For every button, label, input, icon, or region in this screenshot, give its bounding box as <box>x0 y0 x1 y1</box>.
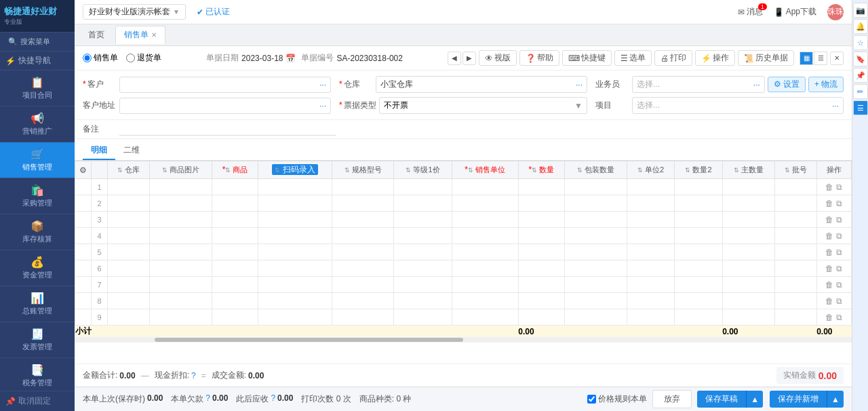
sidebar-item-invoice[interactable]: 🧾 发票管理 <box>0 322 75 358</box>
col-batch[interactable]: ⇅ 批号 <box>774 161 816 179</box>
row-delete-icon[interactable]: 🗑 <box>825 231 833 241</box>
help-button[interactable]: ❓帮助 <box>519 50 559 66</box>
right-panel-bell-icon[interactable]: 🔔 <box>853 19 868 34</box>
row-image[interactable] <box>150 195 212 212</box>
row-main-qty[interactable] <box>722 260 774 277</box>
row-qty2[interactable] <box>675 277 722 293</box>
setup-button[interactable]: ⚙ 设置 <box>768 77 806 92</box>
tab-erwei[interactable]: 二维 <box>115 142 148 160</box>
row-main-qty[interactable] <box>722 309 774 326</box>
row-sales-unit[interactable] <box>452 309 518 326</box>
right-panel-camera-icon[interactable]: 📷 <box>853 3 868 18</box>
sidebar-item-tax[interactable]: 📑 税务管理 <box>0 358 75 391</box>
row-main-qty[interactable] <box>722 195 774 212</box>
row-grade-price[interactable] <box>394 179 452 195</box>
col-goods[interactable]: *⇅ 商品 <box>212 161 258 179</box>
row-batch[interactable] <box>774 179 816 195</box>
col-qty[interactable]: *⇅ 数量 <box>518 161 564 179</box>
sidebar-item-accounting[interactable]: 📊 总账管理 <box>0 286 75 322</box>
row-pack-qty[interactable] <box>565 260 627 277</box>
view-button[interactable]: 👁视版 <box>479 50 517 66</box>
row-qty2[interactable] <box>675 212 722 228</box>
row-image[interactable] <box>150 293 212 309</box>
row-spec[interactable] <box>332 277 394 293</box>
row-sales-unit[interactable] <box>452 195 518 212</box>
salesperson-input[interactable]: 选择... ··· <box>632 76 765 93</box>
row-goods[interactable] <box>212 212 258 228</box>
row-copy-icon[interactable]: ⧉ <box>836 182 842 192</box>
row-image[interactable] <box>150 228 212 244</box>
row-pack-qty[interactable] <box>565 195 627 212</box>
price-check-input[interactable] <box>587 395 596 404</box>
row-sales-unit[interactable] <box>452 277 518 293</box>
row-unit2[interactable] <box>627 293 674 309</box>
date-value[interactable]: 2023-03-18 <box>241 54 283 63</box>
save-new-button[interactable]: 保存并新增 <box>770 391 827 408</box>
col-main-qty[interactable]: ⇅ 主数量 <box>722 161 774 179</box>
nav-prev-button[interactable]: ◀ <box>448 52 461 65</box>
row-main-qty[interactable] <box>722 228 774 244</box>
row-unit2[interactable] <box>627 179 674 195</box>
row-copy-icon[interactable]: ⧉ <box>836 280 842 290</box>
history-button[interactable]: 📜历史单据 <box>738 50 794 66</box>
row-qty[interactable] <box>518 212 564 228</box>
row-goods[interactable] <box>212 179 258 195</box>
row-main-qty[interactable] <box>722 244 774 260</box>
row-warehouse[interactable] <box>108 244 150 260</box>
row-image[interactable] <box>150 277 212 293</box>
row-unit2[interactable] <box>627 195 674 212</box>
row-barcode[interactable] <box>258 212 332 228</box>
row-batch[interactable] <box>774 260 816 277</box>
row-goods[interactable] <box>212 309 258 326</box>
row-qty[interactable] <box>518 179 564 195</box>
row-main-qty[interactable] <box>722 212 774 228</box>
row-delete-icon[interactable]: 🗑 <box>825 248 833 257</box>
row-grade-price[interactable] <box>394 228 452 244</box>
col-sales-unit[interactable]: *⇅ 销售单位 <box>452 161 518 179</box>
row-qty[interactable] <box>518 309 564 326</box>
row-spec[interactable] <box>332 260 394 277</box>
user-avatar[interactable]: 珠珠 <box>827 4 844 20</box>
print-button[interactable]: 🖨打印 <box>654 50 692 66</box>
warehouse-dots-icon[interactable]: ··· <box>576 80 583 90</box>
row-qty2[interactable] <box>675 179 722 195</box>
row-spec[interactable] <box>332 309 394 326</box>
row-qty2[interactable] <box>675 293 722 309</box>
row-sales-unit[interactable] <box>452 244 518 260</box>
salesperson-dots-icon[interactable]: ··· <box>753 80 760 90</box>
calendar-icon[interactable]: 📅 <box>285 54 296 63</box>
row-goods[interactable] <box>212 244 258 260</box>
row-qty2[interactable] <box>675 195 722 212</box>
row-goods[interactable] <box>212 293 258 309</box>
table-scrollbar[interactable] <box>75 337 852 342</box>
save-new-arrow-button[interactable]: ▲ <box>827 391 844 408</box>
company-selector[interactable]: 好业财专业版演示帐套 ▼ <box>83 4 186 20</box>
tab-home[interactable]: 首页 <box>80 26 113 43</box>
row-spec[interactable] <box>332 179 394 195</box>
row-unit2[interactable] <box>627 309 674 326</box>
row-delete-icon[interactable]: 🗑 <box>825 280 833 290</box>
col-barcode[interactable]: ⇅ 扫码录入 <box>258 161 332 179</box>
row-goods[interactable] <box>212 195 258 212</box>
row-qty2[interactable] <box>675 260 722 277</box>
row-copy-icon[interactable]: ⧉ <box>836 296 842 306</box>
row-pack-qty[interactable] <box>565 212 627 228</box>
row-batch[interactable] <box>774 195 816 212</box>
row-batch[interactable] <box>774 228 816 244</box>
row-pack-qty[interactable] <box>565 228 627 244</box>
row-sales-unit[interactable] <box>452 293 518 309</box>
row-spec[interactable] <box>332 244 394 260</box>
row-delete-icon[interactable]: 🗑 <box>825 199 833 208</box>
row-image[interactable] <box>150 309 212 326</box>
sidebar-item-project[interactable]: 📋 项目合同 <box>0 71 75 106</box>
row-unit2[interactable] <box>627 260 674 277</box>
row-unit2[interactable] <box>627 277 674 293</box>
row-qty2[interactable] <box>675 309 722 326</box>
right-panel-active-icon[interactable]: ☰ <box>853 100 868 115</box>
row-delete-icon[interactable]: 🗑 <box>825 264 833 273</box>
project-input[interactable]: 选择... ··· <box>632 97 844 114</box>
row-grade-price[interactable] <box>394 195 452 212</box>
row-barcode[interactable] <box>258 179 332 195</box>
row-grade-price[interactable] <box>394 212 452 228</box>
row-qty[interactable] <box>518 260 564 277</box>
